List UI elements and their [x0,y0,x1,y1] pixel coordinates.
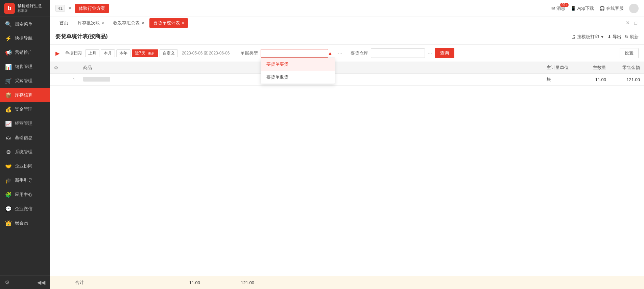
tab-requisition[interactable]: 要货单统计表 × [149,18,188,28]
sidebar-item-inventory[interactable]: 📦 库存核算 [0,88,50,102]
sidebar-item-label-system: 系统管理 [15,149,32,155]
print-dropdown-icon[interactable]: ▼ [600,35,604,39]
sidebar-item-label-operations: 经营管理 [15,120,32,127]
hot-badge: 更多 [147,51,155,55]
dropdown-item-return[interactable]: 要货单退货 [261,71,335,84]
settings-icon[interactable]: ⚙ [5,279,9,286]
type-select[interactable] [261,49,328,58]
tab-receivable[interactable]: 收发存汇总表 × [109,18,148,28]
settings-btn[interactable]: 设置 [620,48,639,58]
col-index-header [62,62,79,74]
footer-qty: 11.00 [166,280,200,285]
app-download-label: App下载 [577,5,594,12]
gear-dropdown-icon[interactable]: ▼ [68,6,72,11]
dropdown-item-requisition[interactable]: 要货单要货 [261,58,335,71]
row-amount-0: 121.00 [610,74,644,86]
date-filter-label: 单据日期 [65,50,82,56]
page-content: 要货单统计表(按商品) 🖨 按模板打印 ▼ ⬇ 导出 ↻ 刷新 ▶ [50,29,644,289]
query-btn[interactable]: 查询 [435,48,454,58]
col-unit-header: 主计量单位 [543,62,576,74]
tab-inventory-batch[interactable]: 库存批次账 × [74,18,108,28]
row-settings-0 [50,74,62,86]
gear-button[interactable]: 41 [55,5,65,12]
messages-item[interactable]: ✉ 消息 99+ [551,5,565,12]
sidebar-item-wechat[interactable]: 💬 企业微信 [0,202,50,216]
sidebar-item-marketing[interactable]: 📢 营销推广 [0,45,50,60]
tab-inventory-batch-close[interactable]: × [102,21,104,25]
sidebar-item-app-center[interactable]: 🧩 应用中心 [0,187,50,202]
app-download-item[interactable]: 📱 App下载 [571,5,594,12]
inventory-icon: 📦 [5,91,12,99]
sidebar-item-system[interactable]: ⚙ 系统管理 [0,145,50,159]
sidebar-item-base-info[interactable]: 🗂 基础信息 [0,131,50,145]
base-info-icon: 🗂 [5,134,12,141]
edition-label: 标准版 [18,8,42,13]
purchase-icon: 🛒 [5,77,12,85]
tab-requisition-close[interactable]: × [182,21,184,25]
table-row: 1 块 11.00 121.00 [50,74,644,86]
date-btn-7days-label: 近7天 [135,51,145,55]
sidebar-bottom: ⚙ ◀◀ [0,275,50,289]
sidebar-item-label-marketing: 营销推广 [15,49,32,55]
sidebar-item-operations[interactable]: 📈 经营管理 [0,116,50,131]
date-btn-this-month[interactable]: 本月 [101,49,115,57]
table-area: ⚙ 商品 主计量单位 主数量 零售金额 1 块 11.00 121.00 [50,62,644,276]
guide-icon: 🎓 [5,177,12,184]
maximize-tabs-btn[interactable]: □ [633,20,639,26]
sidebar-nav: 🔍 搜索菜单 ⚡ 快捷导航 📢 营销推广 📊 销售管理 🛒 采购管理 📦 库存核… [0,17,50,275]
sidebar-item-finance[interactable]: 💰 资金管理 [0,102,50,116]
collapse-btn[interactable]: ◀◀ [37,279,45,286]
sidebar-logo: b 畅捷通好生意 标准版 [0,0,50,17]
wechat-icon: 💬 [5,205,12,213]
refresh-action[interactable]: ↻ 刷新 [625,34,639,40]
sidebar-item-label-search: 搜索菜单 [15,21,32,27]
filter-more-btn[interactable]: ··· [338,50,342,56]
sidebar-item-member[interactable]: 👑 畅会员 [0,216,50,230]
sidebar-item-quick-nav[interactable]: ⚡ 快捷导航 [0,31,50,45]
tab-home[interactable]: 首页 [55,18,72,28]
top-header: 41 ▼ 体验行业方案 ✉ 消息 99+ 📱 App下载 🎧 在线客服 [50,0,644,17]
sidebar-item-guide[interactable]: 🎓 新手引导 [0,173,50,187]
date-btn-custom[interactable]: 自定义 [160,49,178,57]
type-dropdown: 要货单要货 要货单退货 [261,58,335,84]
date-range-text: 2023-05-06 至 2023-06-06 [182,50,230,56]
footer-total-label: 合计 [71,280,166,286]
sidebar-item-label-purchase: 采购管理 [15,78,32,84]
tab-inventory-batch-label: 库存批次账 [78,20,100,26]
warehouse-more-btn[interactable]: ··· [428,50,432,56]
sidebar-item-label-inventory: 库存核算 [15,92,32,98]
sidebar-item-sales[interactable]: 📊 销售管理 [0,60,50,74]
company-name: 畅捷通好生意 [18,3,42,9]
type-filter-label: 单据类型 [240,50,258,56]
system-icon: ⚙ [5,148,12,156]
warehouse-select[interactable] [371,48,425,58]
industry-btn[interactable]: 体验行业方案 [75,4,109,13]
sidebar-item-label-guide: 新手引导 [15,177,32,183]
row-qty-0: 11.00 [576,74,610,86]
date-btn-last-month[interactable]: 上月 [85,49,99,57]
table-footer: 合计 11.00 121.00 [50,276,644,289]
online-service-item[interactable]: 🎧 在线客服 [599,5,624,12]
sidebar-item-purchase[interactable]: 🛒 采购管理 [0,74,50,88]
col-settings[interactable]: ⚙ [50,62,62,74]
date-btn-this-year[interactable]: 本年 [116,49,130,57]
sidebar-item-search[interactable]: 🔍 搜索菜单 [0,17,50,31]
sidebar-item-label-finance: 资金管理 [15,106,32,112]
filter-expand-btn[interactable]: ▶ [55,50,59,57]
filter-row: 单据日期 上月 本月 本年 近7天 更多 自定义 2023-05-06 至 20… [65,48,614,58]
date-btn-7days[interactable]: 近7天 更多 [132,49,158,57]
quick-nav-icon: ⚡ [5,35,12,42]
refresh-icon: ↻ [625,34,628,39]
print-icon: 🖨 [571,34,576,39]
user-avatar[interactable] [629,4,639,13]
page-header: 要货单统计表(按商品) 🖨 按模板打印 ▼ ⬇ 导出 ↻ 刷新 [50,29,644,45]
tab-receivable-close[interactable]: × [142,21,144,25]
filter-area: ▶ 单据日期 上月 本月 本年 近7天 更多 自定义 2023-05-06 至 … [50,45,644,62]
date-filter-group: 上月 本月 本年 近7天 更多 自定义 [85,49,178,57]
sidebar-item-enterprise[interactable]: 🤝 企业协同 [0,159,50,173]
print-action[interactable]: 🖨 按模板打印 ▼ [571,34,604,40]
close-all-tabs-btn[interactable]: × [624,19,632,26]
export-action[interactable]: ⬇ 导出 [607,34,621,40]
page-actions: 🖨 按模板打印 ▼ ⬇ 导出 ↻ 刷新 [571,34,639,40]
member-icon: 👑 [5,219,12,227]
